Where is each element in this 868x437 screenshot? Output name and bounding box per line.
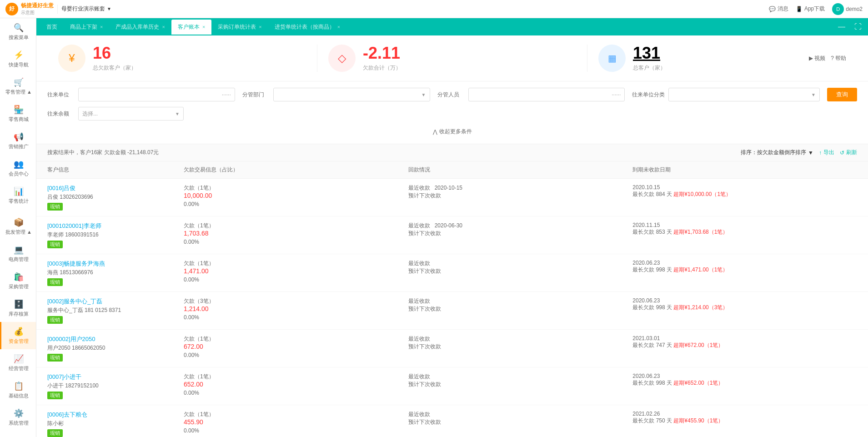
sidebar-item-purchase[interactable]: 🛍️ 采购管理	[0, 267, 36, 295]
debt-desc: 欠款（1笔）	[184, 373, 408, 381]
payment-info: 最近收款 2020-10-15 预计下次收款	[408, 184, 633, 200]
filter-select-dept[interactable]: ▼	[273, 88, 430, 101]
sidebar-item-ecommerce[interactable]: 💻 电商管理	[0, 240, 36, 267]
tab-minimize-button[interactable]: —	[835, 22, 848, 32]
collapse-button[interactable]: ⋀ 收起更多条件	[433, 128, 472, 136]
customer-name-link[interactable]: [0002]服务中心_丁磊	[47, 297, 184, 306]
sort-select[interactable]: 排序：按欠款金额倒序排序 ▼	[741, 149, 813, 156]
debt-info: 欠款（1笔） 1,471.00 0.00%	[184, 260, 408, 283]
message-button[interactable]: 💬 消息	[769, 5, 788, 13]
sidebar-item-operation[interactable]: 📈 经营管理	[0, 349, 36, 377]
debt-amount[interactable]: 10,000.00	[184, 192, 408, 199]
tab-customer-account[interactable]: 客户账本 ×	[171, 20, 211, 35]
tab-production-history[interactable]: 产成品入库单历史 ×	[109, 20, 171, 35]
sidebar-item-marketing[interactable]: 📢 营销推广	[0, 127, 36, 155]
debt-amount[interactable]: 672.00	[184, 343, 408, 350]
divider	[57, 5, 58, 14]
app-download-button[interactable]: 📱 App下载	[796, 5, 825, 13]
sidebar-item-retail-stats[interactable]: 📊 零售统计	[0, 182, 36, 209]
customer-name-link[interactable]: [0006]去下粮仓	[47, 411, 184, 419]
customer-name-link[interactable]: [000002]用户2050	[47, 335, 184, 343]
refresh-button[interactable]: ↺ 刷新	[840, 149, 857, 156]
filter-input-unit[interactable]: ···	[78, 88, 235, 101]
customer-name-link[interactable]: [0001020001]李老师	[47, 222, 184, 230]
sidebar-item-quick-nav[interactable]: ⚡ 快捷导航	[0, 45, 36, 73]
table-row: [0016]吕俊 吕俊 13026203696 现销 欠款（1笔） 10,000…	[36, 179, 868, 216]
sidebar-item-finance[interactable]: 💰 资金管理	[0, 322, 36, 349]
overdue-amount-link[interactable]: 超期¥10,000.00（1笔）	[673, 191, 731, 197]
tab-close-icon[interactable]: ×	[259, 24, 261, 30]
debt-percent: 0.00%	[184, 276, 408, 283]
tab-close-icon[interactable]: ×	[202, 24, 205, 30]
phone-icon: 📱	[796, 6, 803, 12]
debt-amount[interactable]: 1,703.68	[184, 230, 408, 237]
results-text: 搜索结果中，客户16家 欠款金额 -21,148.07元	[47, 149, 159, 156]
table-header: 客户信息 欠款交易信息（占比） 回款情况 到期未收款日期	[36, 161, 868, 179]
overdue-amount-link[interactable]: 超期¥1,214.00（3笔）	[673, 304, 728, 311]
overdue-amount-link[interactable]: 超期¥1,471.00（1笔）	[673, 266, 728, 273]
customer-name-link[interactable]: [0016]吕俊	[47, 184, 184, 192]
next-payment-label: 预计下次收款	[408, 230, 633, 237]
tab-home[interactable]: 首页	[40, 20, 64, 35]
customer-tag: 现销	[47, 316, 63, 324]
sidebar-item-basic-info[interactable]: 📋 基础信息	[0, 377, 36, 404]
due-date: 2020.11.15	[632, 222, 857, 228]
sidebar: 🔍 搜索菜单 ⚡ 快捷导航 🛒 零售管理 ▲ 🏪 零售商城 📢 营销推广 👥 会…	[0, 18, 36, 437]
video-button[interactable]: ▶ 视频	[809, 55, 825, 62]
stat-right-actions: ▶ 视频 ? 帮助	[809, 55, 846, 62]
stats-row: ¥ 16 总欠款客户（家） ◇ -2.11 欠款合计（万） ▦	[36, 35, 868, 81]
debt-amount[interactable]: 455.90	[184, 418, 408, 426]
top-bar-right: 💬 消息 📱 App下载 D demo2	[769, 3, 863, 15]
customer-phone: 小进干 18279152100	[47, 382, 184, 390]
filter-select-balance[interactable]: 选择... ▼	[78, 107, 184, 121]
stat-value-debt-total: -2.11	[363, 45, 401, 61]
tab-close-icon[interactable]: ×	[337, 24, 340, 30]
sidebar-item-system[interactable]: ⚙️ 系统管理	[0, 404, 36, 431]
export-button[interactable]: ↑ 导出	[819, 149, 834, 156]
filter-select-category[interactable]: ▼	[668, 88, 820, 101]
tab-close-icon[interactable]: ×	[100, 24, 103, 30]
debt-amount[interactable]: 1,214.00	[184, 305, 408, 312]
trending-icon: 📈	[14, 354, 24, 364]
tab-close-icon[interactable]: ×	[162, 24, 165, 30]
last-payment-label: 最近收款	[408, 335, 633, 343]
customer-tag: 现销	[47, 241, 63, 248]
demo-label: 示意图	[21, 10, 54, 16]
sidebar-item-retail-mall[interactable]: 🏪 零售商城	[0, 100, 36, 127]
overdue-amount-link[interactable]: 超期¥672.00（1笔）	[673, 342, 723, 348]
sidebar-item-batch-mgmt[interactable]: 📦 批发管理 ▲	[0, 213, 36, 240]
customer-name-link[interactable]: [0003]畅捷服务尹海燕	[47, 260, 184, 268]
overdue-amount-link[interactable]: 超期¥652.00（1笔）	[673, 380, 723, 386]
tab-purchase-order[interactable]: 采购订单统计表 ×	[211, 20, 268, 35]
customer-name-link[interactable]: [0007]小进干	[47, 373, 184, 381]
overdue-amount-link[interactable]: 超期¥455.90（1笔）	[673, 417, 723, 424]
tab-label: 客户账本	[178, 23, 200, 31]
user-avatar-button[interactable]: D demo2	[832, 3, 863, 15]
table-row: [0002]服务中心_丁磊 服务中心_丁磊 181 0125 8371 现销 欠…	[36, 292, 868, 330]
shopping-icon: 🛍️	[14, 272, 24, 282]
debt-amount[interactable]: 652.00	[184, 381, 408, 388]
sidebar-item-retail-mgmt[interactable]: 🛒 零售管理 ▲	[0, 73, 36, 100]
search-button[interactable]: 查询	[827, 88, 857, 101]
tab-maximize-button[interactable]: ⛶	[852, 22, 864, 32]
help-button[interactable]: ? 帮助	[831, 55, 846, 62]
customer-phone: 吕俊 13026203696	[47, 193, 184, 201]
refresh-icon: ↺	[840, 150, 844, 156]
sidebar-item-member[interactable]: 👥 会员中心	[0, 155, 36, 182]
company-select[interactable]: 母婴行业演示账套 ▼	[61, 5, 111, 13]
tab-product-shelf[interactable]: 商品上下架 ×	[64, 20, 109, 35]
sidebar-item-enterprise[interactable]: 🤝 企业协同	[0, 431, 36, 437]
sidebar-item-label: 零售商城	[9, 116, 29, 123]
debt-amount[interactable]: 1,471.00	[184, 267, 408, 275]
top-bar: 好 畅捷通好生意 示意图 母婴行业演示账套 ▼ 💬 消息 📱 App下载 D d…	[0, 0, 868, 18]
sidebar-item-inventory[interactable]: 🗄️ 库存核算	[0, 295, 36, 322]
filter-input-person[interactable]: ···	[468, 88, 625, 101]
overdue-amount-link[interactable]: 超期¥1,703.68（1笔）	[673, 229, 728, 235]
payment-info: 最近收款 预计下次收款	[408, 335, 633, 351]
sidebar-item-search[interactable]: 🔍 搜索菜单	[0, 18, 36, 45]
table-row: [0003]畅捷服务尹海燕 海燕 18513066976 现销 欠款（1笔） 1…	[36, 254, 868, 292]
filter-label-unit: 往来单位	[47, 91, 75, 99]
tab-purchase-stats[interactable]: 进货单统计表（按商品） ×	[268, 20, 346, 35]
payment-info: 最近收款 2020-06-30 预计下次收款	[408, 222, 633, 237]
due-info: 2021.03.01 最长欠款 747 天 超期¥672.00（1笔）	[632, 335, 857, 349]
